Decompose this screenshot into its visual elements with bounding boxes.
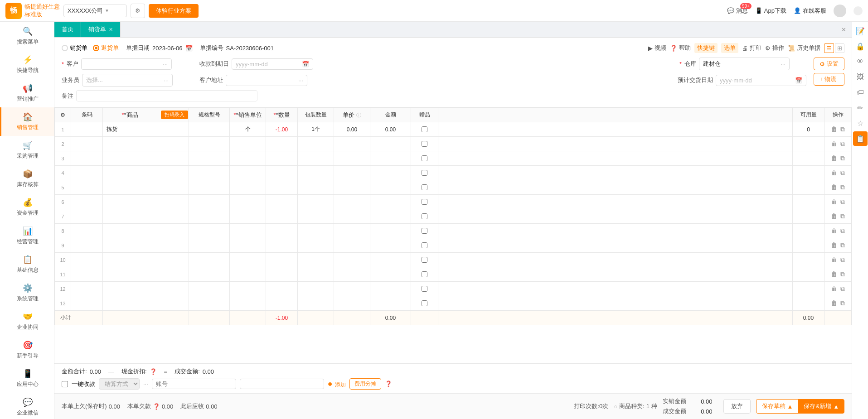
row-spec[interactable] <box>189 195 230 209</box>
row-gift[interactable] <box>411 166 438 180</box>
row-price[interactable] <box>334 151 370 166</box>
row-copy-btn[interactable]: ⧉ <box>840 154 845 162</box>
row-settings[interactable]: 4 <box>55 166 71 180</box>
calendar-icon[interactable]: 📅 <box>185 45 193 52</box>
row-pack-qty[interactable] <box>298 195 334 209</box>
row-pack-qty[interactable] <box>298 151 334 166</box>
company-selector[interactable]: XXXXXX公司 ▼ <box>63 5 127 17</box>
row-gift[interactable] <box>411 151 438 166</box>
row-price[interactable] <box>334 195 370 209</box>
settlement-method-select[interactable]: 结算方式 <box>99 378 140 390</box>
row-qty[interactable] <box>266 151 298 166</box>
remarks-input[interactable] <box>76 90 257 101</box>
row-qty[interactable] <box>266 267 298 282</box>
row-qty[interactable]: -1.00 <box>266 122 298 137</box>
one-click-pay-checkbox[interactable] <box>62 381 68 387</box>
row-settings[interactable]: 5 <box>55 180 71 195</box>
due-date-input[interactable]: yyyy-mm-dd 📅 <box>232 58 313 70</box>
row-amount[interactable] <box>370 238 411 253</box>
row-delete-btn[interactable]: 🗑 <box>831 183 837 191</box>
right-panel-orange[interactable]: 📋 <box>853 131 868 146</box>
row-settings[interactable]: 1 <box>55 122 71 137</box>
row-product[interactable] <box>103 137 157 151</box>
row-product[interactable] <box>103 238 157 253</box>
sidebar-item-guide[interactable]: 🎯 新手引导 <box>0 336 54 364</box>
row-pack-qty[interactable]: 1个 <box>298 122 334 137</box>
col-header-scan[interactable]: 扫码录入 <box>157 108 189 122</box>
row-amount[interactable]: 0.00 <box>370 122 411 137</box>
sidebar-item-base[interactable]: 📋 基础信息 <box>0 250 54 279</box>
row-amount[interactable] <box>370 137 411 151</box>
row-qty[interactable] <box>266 224 298 238</box>
due-date-calendar[interactable]: 📅 <box>302 61 309 67</box>
right-panel-image[interactable]: 🖼 <box>853 70 868 84</box>
account-input[interactable] <box>152 379 236 389</box>
row-pack-qty[interactable] <box>298 267 334 282</box>
row-settings[interactable]: 6 <box>55 195 71 209</box>
add-payment-btn[interactable]: ● 添加 <box>328 379 346 389</box>
row-spec[interactable] <box>189 151 230 166</box>
row-unit[interactable] <box>230 180 266 195</box>
row-copy-btn[interactable]: ⧉ <box>840 227 845 234</box>
sidebar-item-sales[interactable]: 🏠 销售管理 <box>0 107 54 136</box>
row-price[interactable] <box>334 180 370 195</box>
right-panel-notes[interactable]: 📝 <box>853 24 868 38</box>
row-pack-qty[interactable] <box>298 166 334 180</box>
right-panel-edit[interactable]: ✏ <box>853 101 868 115</box>
discard-button[interactable]: 放弃 <box>723 399 751 414</box>
sidebar-item-purchase[interactable]: 🛒 采购管理 <box>0 136 54 164</box>
row-spec[interactable] <box>189 296 230 311</box>
row-amount[interactable] <box>370 151 411 166</box>
row-copy-btn[interactable]: ⧉ <box>840 285 845 292</box>
row-spec[interactable] <box>189 253 230 267</box>
message-button[interactable]: 💬 99+ 消息 <box>727 7 748 15</box>
sidebar-item-quick-nav[interactable]: ⚡ 快捷导航 <box>0 50 54 79</box>
row-barcode[interactable] <box>71 267 103 282</box>
row-spec[interactable] <box>189 267 230 282</box>
row-product[interactable] <box>103 209 157 224</box>
row-settings[interactable]: 8 <box>55 224 71 238</box>
list-view-btn[interactable]: ☰ <box>824 43 834 53</box>
row-amount[interactable] <box>370 296 411 311</box>
row-delete-btn[interactable]: 🗑 <box>831 299 837 307</box>
row-spec[interactable] <box>189 238 230 253</box>
row-amount[interactable] <box>370 209 411 224</box>
right-panel-tag[interactable]: 🏷 <box>853 85 868 100</box>
row-product[interactable] <box>103 296 157 311</box>
app-download-button[interactable]: 📱 App下载 <box>755 7 786 15</box>
form-logistics-btn[interactable]: + 物流 <box>814 73 844 86</box>
salesperson-input[interactable]: 选择... ··· <box>82 74 173 87</box>
row-amount[interactable] <box>370 282 411 296</box>
expense-split-btn[interactable]: 费用分摊 <box>349 378 381 390</box>
row-unit[interactable] <box>230 282 266 296</box>
expected-date-calendar[interactable]: 📅 <box>795 77 802 84</box>
row-delete-btn[interactable]: 🗑 <box>831 285 837 292</box>
product-type-icon[interactable]: ○ <box>614 403 617 410</box>
row-unit[interactable] <box>230 224 266 238</box>
sidebar-item-inventory[interactable]: 📦 库存核算 <box>0 164 54 193</box>
sidebar-item-system[interactable]: ⚙️ 系统管理 <box>0 279 54 307</box>
row-price[interactable] <box>334 267 370 282</box>
row-qty[interactable] <box>266 238 298 253</box>
row-copy-btn[interactable]: ⧉ <box>840 241 845 249</box>
row-amount[interactable] <box>370 195 411 209</box>
row-barcode[interactable] <box>71 195 103 209</box>
row-unit[interactable] <box>230 267 266 282</box>
sidebar-item-finance[interactable]: 💰 资金管理 <box>0 193 54 222</box>
row-delete-btn[interactable]: 🗑 <box>831 140 837 147</box>
row-delete-btn[interactable]: 🗑 <box>831 241 837 249</box>
row-unit[interactable] <box>230 296 266 311</box>
row-spec[interactable] <box>189 282 230 296</box>
row-settings[interactable]: 7 <box>55 209 71 224</box>
col-header-settings[interactable]: ⚙ <box>55 108 71 122</box>
row-settings[interactable]: 9 <box>55 238 71 253</box>
row-spec[interactable] <box>189 209 230 224</box>
grid-view-btn[interactable]: ⊞ <box>835 43 844 53</box>
row-spec[interactable] <box>189 224 230 238</box>
row-amount[interactable] <box>370 224 411 238</box>
row-product[interactable] <box>103 180 157 195</box>
row-product[interactable] <box>103 224 157 238</box>
row-price[interactable] <box>334 166 370 180</box>
row-barcode[interactable] <box>71 238 103 253</box>
row-unit[interactable]: 个 <box>230 122 266 137</box>
